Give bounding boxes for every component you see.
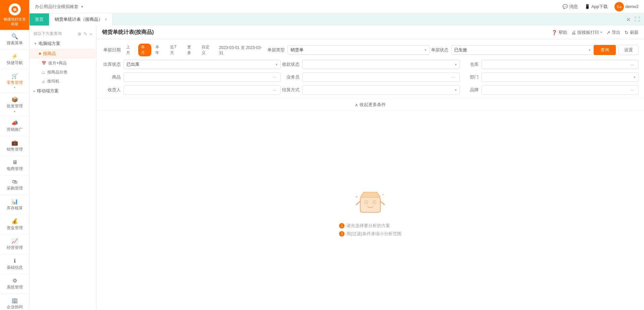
sidebar-item-retail[interactable]: 🛒 零售管理 ▾ bbox=[0, 69, 29, 93]
sidebar-item-search[interactable]: 🔍 搜索菜单 bbox=[0, 30, 29, 50]
scheme-add-btn[interactable]: ⊕ bbox=[77, 31, 82, 37]
scheme-sub-item-label: 按月+商品 bbox=[48, 60, 67, 66]
out-status-select[interactable]: 已出库 ▾ bbox=[123, 60, 281, 69]
bill-status-select[interactable]: 已生效 ▾ bbox=[451, 45, 594, 55]
dropdown-arrow[interactable]: ▾ bbox=[81, 4, 83, 9]
brand-dots[interactable]: ··· bbox=[629, 87, 636, 93]
export-icon: ↗ bbox=[606, 30, 610, 35]
topbar-right: 💬 消息 📱 App下载 Ea demo2 bbox=[562, 2, 639, 11]
enterprise-icon: 🏢 bbox=[2, 297, 28, 304]
page-header-actions: ❓ 帮助 🖨 按模板打印 ▾ ↗ 导出 ↻ 刷新 bbox=[551, 30, 639, 39]
filter-item-receiver: 收货人 ··· bbox=[102, 85, 281, 95]
bill-type-select[interactable]: 销货单 ▾ bbox=[287, 45, 430, 55]
out-status-control: 已出库 ▾ bbox=[123, 60, 281, 69]
collapse-button[interactable]: ∧ 收起更多条件 bbox=[355, 102, 386, 108]
warehouse-dots[interactable]: ··· bbox=[629, 62, 636, 67]
department-select[interactable]: ▾ bbox=[481, 72, 639, 82]
payment-status-select[interactable]: ▾ bbox=[302, 60, 460, 69]
bill-status-value: 已生效 bbox=[454, 47, 467, 53]
tab-sales-stats-label: 销货单统计表（按商品） bbox=[55, 16, 103, 22]
sidebar-item-label: 企业协同 bbox=[2, 304, 28, 310]
scheme-sub-item-label: 按司机 bbox=[47, 79, 59, 84]
date-tab-7days[interactable]: 近7天 bbox=[167, 44, 183, 56]
sidebar-item-label: 资金管理 bbox=[2, 225, 28, 231]
payment-status-arrow: ▾ bbox=[455, 62, 457, 67]
tab-home[interactable]: 首页 bbox=[30, 13, 49, 25]
driver-icon: 🖨 bbox=[42, 80, 45, 84]
date-tab-last-month[interactable]: 上月 bbox=[123, 44, 137, 56]
print-action[interactable]: 🖨 按模板打印 ▾ bbox=[571, 30, 602, 36]
scheme-edit-btn[interactable]: ✎ bbox=[84, 31, 88, 37]
goods-select[interactable]: ··· bbox=[123, 72, 281, 82]
query-button[interactable]: 查询 bbox=[594, 45, 616, 55]
sidebar-item-system[interactable]: ⚙ 系统管理 bbox=[0, 274, 29, 294]
salesperson-select[interactable]: ··· bbox=[302, 72, 460, 82]
sidebar-item-label: 系统管理 bbox=[2, 285, 28, 290]
brand-select[interactable]: ··· bbox=[481, 85, 639, 95]
goods-dots[interactable]: ··· bbox=[271, 74, 278, 80]
sidebar-item-nav[interactable]: ⚡ 快捷导航 bbox=[0, 50, 29, 69]
message-item[interactable]: 💬 消息 bbox=[562, 4, 578, 10]
settings-button[interactable]: 设置 bbox=[619, 45, 639, 55]
scheme-item-by-goods[interactable]: 按商品 bbox=[30, 49, 96, 59]
scheme-sub-item-month-goods[interactable]: 📅 按月+商品 bbox=[30, 59, 96, 68]
date-tab-this-year[interactable]: 本年 bbox=[153, 44, 166, 56]
filter-item-payment-status: 收款状态 ▾ bbox=[281, 60, 460, 69]
date-tab-more[interactable]: 更多 bbox=[184, 44, 198, 56]
date-tab-this-month[interactable]: 本月 bbox=[138, 44, 152, 56]
sidebar-item-wholesale[interactable]: 📦 批发管理 ▴ bbox=[0, 93, 29, 116]
sidebar-item-finance[interactable]: 💰 资金管理 bbox=[0, 215, 29, 235]
help-action[interactable]: ❓ 帮助 bbox=[551, 30, 567, 36]
window-close-icon[interactable]: ✕ bbox=[625, 16, 632, 23]
retail-icon: 🛒 bbox=[2, 73, 28, 79]
out-status-value: 已出库 bbox=[126, 61, 140, 67]
date-control: 上月 本月 本年 近7天 更多 自定义 2023-03-01 至 2023-03… bbox=[123, 44, 266, 56]
tab-home-label: 首页 bbox=[35, 16, 44, 22]
sidebar-item-operation[interactable]: 📈 经营管理 bbox=[0, 235, 29, 254]
sidebar-item-label: 快捷导航 bbox=[2, 60, 28, 66]
sidebar-item-label: 经营管理 bbox=[2, 245, 28, 251]
scheme-group-mobile-header[interactable]: ▸ 移动端方案 bbox=[30, 86, 96, 96]
tab-close-icon[interactable]: × bbox=[105, 17, 107, 22]
scheme-group-mobile: ▸ 移动端方案 bbox=[30, 86, 96, 96]
salesperson-label: 业务员 bbox=[281, 74, 300, 80]
app-logo[interactable]: 畅 畅捷信好生意 标版 bbox=[0, 0, 29, 30]
export-action[interactable]: ↗ 导出 bbox=[606, 30, 621, 36]
filter-item-out-status: 出库状态 已出库 ▾ bbox=[102, 60, 281, 69]
wholesale-icon: 📦 bbox=[2, 96, 28, 103]
settlement-select[interactable]: ▾ bbox=[302, 85, 460, 95]
user-item[interactable]: Ea demo2 bbox=[614, 2, 639, 11]
print-dropdown-icon: ▾ bbox=[600, 30, 602, 35]
tabs-bar: 首页 销货单统计表（按商品） × ✕ ⛶ bbox=[30, 13, 644, 25]
sidebar-item-basic[interactable]: ℹ 基础信息 bbox=[0, 254, 29, 274]
tip-num-1: 1 bbox=[339, 223, 344, 228]
scheme-sub-item-category[interactable]: 🗂 按商品分类 bbox=[30, 68, 96, 77]
date-tab-custom[interactable]: 自定义 bbox=[199, 44, 216, 56]
sidebar-item-ecommerce[interactable]: 🖥 电商管理 bbox=[0, 156, 29, 175]
sidebar-item-purchase[interactable]: 🛍 采购管理 bbox=[0, 175, 29, 195]
sidebar-item-enterprise[interactable]: 🏢 企业协同 bbox=[0, 294, 29, 310]
receiver-select[interactable]: ··· bbox=[123, 85, 281, 95]
svg-line-8 bbox=[380, 201, 384, 205]
sales-icon: 💼 bbox=[2, 140, 28, 146]
tab-sales-stats[interactable]: 销货单统计表（按商品） × bbox=[49, 13, 113, 25]
sidebar-item-sales[interactable]: 💼 销售管理 bbox=[0, 136, 29, 156]
sidebar-item-marketing[interactable]: 📣 营销推广 bbox=[0, 116, 29, 136]
basic-icon: ℹ bbox=[2, 258, 28, 264]
payment-status-control: ▾ bbox=[302, 60, 460, 69]
scheme-group-pc-header[interactable]: ▼ 电脑端方案 bbox=[30, 39, 96, 49]
help-label: 帮助 bbox=[558, 30, 567, 36]
sidebar-item-inventory[interactable]: 📊 库存核算 bbox=[0, 195, 29, 215]
window-maximize-icon[interactable]: ⛶ bbox=[633, 16, 641, 22]
app-download-item[interactable]: 📱 App下载 bbox=[585, 4, 608, 10]
scheme-sub-item-driver[interactable]: 🖨 按司机 bbox=[30, 77, 96, 86]
warehouse-select[interactable]: ··· bbox=[481, 60, 639, 69]
bill-status-label: 单据状态 bbox=[430, 47, 448, 53]
salesperson-dots[interactable]: ··· bbox=[450, 74, 457, 80]
scheme-collapse-btn[interactable]: « bbox=[90, 31, 92, 37]
filter-item-settlement: 结算方式 ▾ bbox=[281, 85, 460, 95]
receiver-dots[interactable]: ··· bbox=[271, 87, 278, 93]
refresh-action[interactable]: ↻ 刷新 bbox=[625, 30, 639, 36]
sidebar-item-label: 销售管理 bbox=[2, 147, 28, 152]
mobile-group-label: 移动端方案 bbox=[37, 88, 59, 94]
